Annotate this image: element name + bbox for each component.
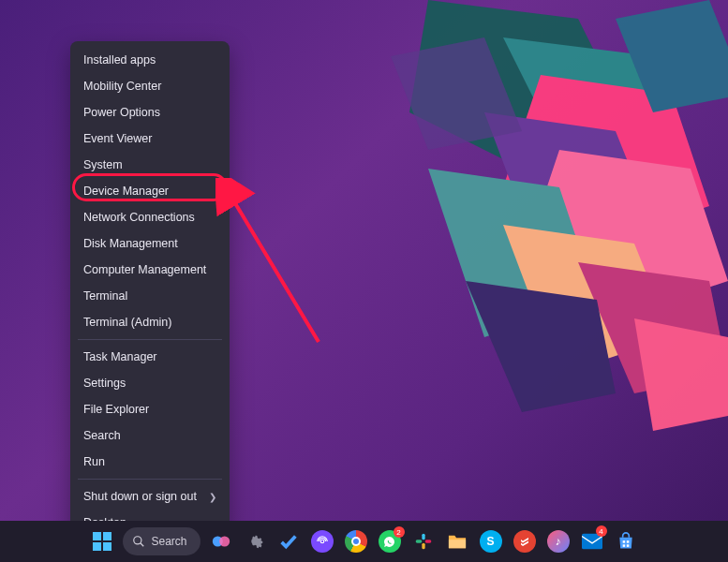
menu-item-settings[interactable]: Settings (70, 370, 230, 396)
todoist-icon (513, 530, 536, 553)
taskbar-slack[interactable] (410, 528, 437, 555)
taskbar-chrome[interactable] (343, 528, 369, 555)
menu-item-device-manager[interactable]: Device Manager (70, 178, 230, 204)
menu-item-event-viewer[interactable]: Event Viewer (70, 126, 230, 152)
folder-icon (447, 532, 468, 551)
menu-separator (78, 479, 222, 480)
menu-item-search[interactable]: Search (70, 422, 230, 449)
winx-context-menu: Installed apps Mobility Center Power Opt… (70, 41, 230, 541)
svg-rect-22 (424, 540, 431, 542)
menu-item-shutdown[interactable]: Shut down or sign out ❯ (70, 483, 230, 510)
taskbar-todo[interactable] (275, 528, 302, 555)
copilot-icon (211, 531, 231, 552)
menu-item-run[interactable]: Run (70, 449, 230, 475)
svg-marker-11 (634, 318, 728, 431)
notification-badge: 2 (394, 526, 405, 538)
taskbar-skype[interactable]: S (478, 528, 504, 555)
svg-rect-21 (422, 543, 424, 550)
start-button[interactable] (89, 528, 115, 555)
taskbar-todoist[interactable] (512, 528, 538, 555)
svg-rect-27 (626, 544, 629, 547)
checkmark-icon (278, 531, 299, 552)
menu-item-task-manager[interactable]: Task Manager (70, 344, 230, 370)
menu-item-power-options[interactable]: Power Options (70, 99, 230, 126)
taskbar-podcast[interactable] (309, 528, 335, 555)
taskbar-store[interactable] (613, 528, 639, 555)
notification-badge: 4 (596, 525, 607, 537)
windows-icon (93, 532, 111, 551)
menu-item-mobility-center[interactable]: Mobility Center (70, 73, 230, 99)
svg-rect-20 (415, 540, 422, 542)
taskbar-search[interactable]: Search (123, 527, 200, 555)
chevron-right-icon: ❯ (209, 492, 216, 502)
podcast-icon (311, 530, 334, 553)
search-icon (132, 535, 145, 548)
taskbar-itunes[interactable]: ♪ (545, 528, 572, 555)
search-label: Search (151, 535, 186, 548)
svg-rect-19 (422, 534, 424, 540)
taskbar-copilot[interactable] (208, 528, 234, 555)
taskbar-explorer[interactable] (444, 528, 470, 555)
skype-icon: S (480, 530, 502, 553)
taskbar-whatsapp[interactable]: 2 (377, 528, 403, 555)
gear-icon (245, 531, 265, 552)
taskbar-settings[interactable] (242, 528, 268, 555)
menu-item-system[interactable]: System (70, 152, 230, 178)
itunes-icon: ♪ (547, 530, 570, 553)
menu-item-installed-apps[interactable]: Installed apps (70, 47, 230, 73)
svg-rect-25 (626, 540, 629, 543)
svg-rect-26 (622, 544, 625, 547)
menu-item-terminal[interactable]: Terminal (70, 283, 230, 309)
taskbar: Search 2 (0, 521, 728, 562)
menu-item-file-explorer[interactable]: File Explorer (70, 396, 230, 422)
slack-icon (414, 532, 433, 551)
menu-item-disk-management[interactable]: Disk Management (70, 230, 230, 257)
menu-item-computer-management[interactable]: Computer Management (70, 257, 230, 283)
svg-line-15 (141, 543, 144, 547)
svg-point-14 (134, 537, 141, 544)
svg-rect-24 (622, 540, 625, 543)
svg-point-18 (320, 540, 324, 543)
menu-item-network-connections[interactable]: Network Connections (70, 204, 230, 230)
chrome-icon (345, 530, 367, 553)
menu-item-terminal-admin[interactable]: Terminal (Admin) (70, 309, 230, 335)
svg-point-17 (219, 537, 230, 547)
menu-separator (78, 339, 222, 340)
store-icon (617, 532, 635, 551)
svg-marker-8 (466, 281, 616, 412)
taskbar-mail[interactable]: 4 (579, 528, 605, 555)
